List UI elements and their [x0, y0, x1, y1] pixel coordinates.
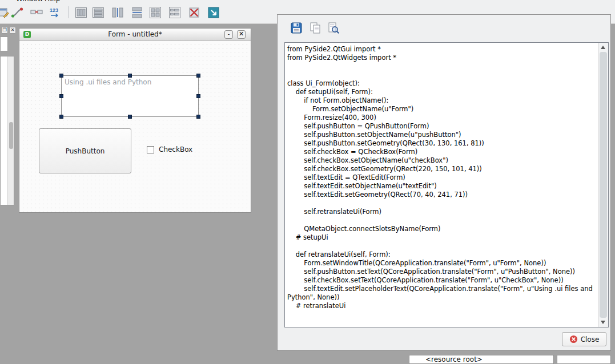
- code-text[interactable]: from PySide2.QtGui import * from PySide2…: [285, 43, 608, 313]
- dock-scrollbar-thumb[interactable]: [9, 122, 13, 149]
- layout-form-icon[interactable]: [167, 5, 183, 20]
- resource-panel-fragment: [557, 355, 611, 364]
- edit-tab-order-icon[interactable]: 123: [47, 5, 63, 20]
- form-window-titlebar[interactable]: D Form - untitled* - ✕: [19, 29, 251, 41]
- close-icon: [569, 335, 578, 343]
- code-preview-dialog: from PySide2.QtGui import * from PySide2…: [277, 14, 611, 351]
- close-window-button[interactable]: ✕: [237, 30, 246, 39]
- pushbutton-widget[interactable]: PushButton: [39, 128, 131, 173]
- close-dialog-button[interactable]: Close: [562, 332, 606, 346]
- scroll-up-icon[interactable]: [601, 46, 605, 49]
- layout-horizontal-splitter-icon[interactable]: [110, 5, 126, 20]
- svg-text:123: 123: [50, 7, 58, 13]
- minimize-button[interactable]: -: [224, 30, 233, 39]
- form-designer-window: D Form - untitled* - ✕ Using .ui files a…: [19, 28, 251, 213]
- layout-vertical-splitter-icon[interactable]: [129, 5, 145, 20]
- selection-handle[interactable]: [196, 94, 200, 98]
- scroll-down-icon[interactable]: [601, 321, 605, 324]
- resource-root-item[interactable]: <resource root>: [409, 355, 554, 364]
- layout-grid-icon[interactable]: [147, 5, 163, 20]
- menu-window[interactable]: Window: [16, 0, 43, 3]
- selection-handle[interactable]: [196, 115, 200, 119]
- close-button-label: Close: [581, 335, 600, 343]
- edit-buddies-icon[interactable]: [29, 5, 45, 20]
- app-root: Window Help 123: [0, 0, 615, 364]
- selection-handle[interactable]: [59, 115, 63, 119]
- form-window-title: Form - untitled*: [19, 30, 251, 38]
- toolbar-separator: [68, 6, 69, 18]
- selection-handle[interactable]: [59, 74, 63, 78]
- break-layout-icon[interactable]: [186, 5, 202, 20]
- code-scrollbar[interactable]: [598, 43, 608, 327]
- menu-help[interactable]: Help: [45, 0, 60, 3]
- find-icon[interactable]: [326, 21, 341, 35]
- selection-handle[interactable]: [59, 94, 63, 98]
- checkbox-widget[interactable]: CheckBox: [147, 145, 192, 153]
- textedit-widget[interactable]: Using .ui files and Python: [61, 75, 199, 117]
- textedit-placeholder: Using .ui files and Python: [65, 78, 151, 86]
- code-scrollbar-thumb[interactable]: [600, 52, 607, 318]
- layout-horizontally-icon[interactable]: [73, 5, 89, 20]
- dock-panel-fragment: [0, 37, 8, 51]
- dock-scrollbar[interactable]: [7, 56, 14, 205]
- edit-signals-slots-icon[interactable]: [9, 5, 25, 20]
- checkbox-indicator[interactable]: [147, 146, 154, 153]
- selection-handle[interactable]: [128, 74, 132, 78]
- code-view[interactable]: from PySide2.QtGui import * from PySide2…: [284, 42, 609, 327]
- dock-list-fragment: [0, 56, 14, 205]
- form-canvas[interactable]: Using .ui files and Python PushButton Ch…: [19, 41, 251, 212]
- copy-icon[interactable]: [308, 21, 323, 35]
- close-dock-icon[interactable]: ✕: [9, 27, 16, 34]
- selection-handle[interactable]: [128, 115, 132, 119]
- layout-vertically-icon[interactable]: [90, 5, 106, 20]
- save-icon[interactable]: [289, 21, 304, 35]
- adjust-size-icon[interactable]: [206, 5, 222, 20]
- selection-handle[interactable]: [196, 74, 200, 78]
- float-dock-icon[interactable]: ❐: [1, 27, 8, 34]
- checkbox-label: CheckBox: [159, 145, 192, 153]
